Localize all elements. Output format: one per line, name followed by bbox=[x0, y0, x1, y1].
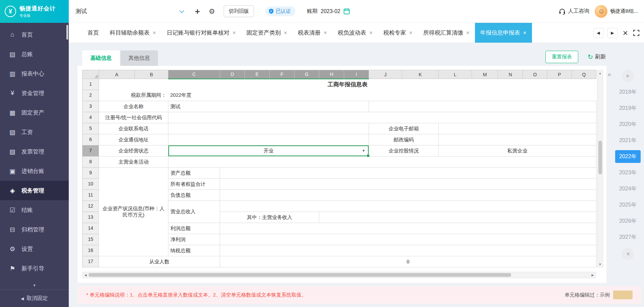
sidebar-item-payroll[interactable]: ▨工资 bbox=[0, 122, 69, 142]
years-scroll-down-button[interactable]: « bbox=[622, 248, 634, 260]
sidebar-item-purchase-sales-ledger[interactable]: ▣进销台账 bbox=[0, 161, 69, 181]
sheet-cell[interactable]: 注册号/统一社会信用代码 bbox=[99, 112, 168, 123]
row-header-1[interactable]: 1 bbox=[83, 79, 99, 90]
sidebar-item-fixed-assets[interactable]: ▦固定资产 bbox=[0, 103, 69, 122]
sheet-cell[interactable] bbox=[168, 134, 369, 145]
sheet-cell[interactable]: 主营业务活动 bbox=[99, 157, 168, 168]
scroll-left-icon[interactable]: ◀ bbox=[83, 273, 89, 277]
select-all-corner[interactable] bbox=[83, 70, 99, 79]
scroll-tabs-left-icon[interactable]: ◀ bbox=[593, 28, 603, 38]
year-item-2021[interactable]: 2021年 bbox=[615, 134, 641, 147]
year-item-2023[interactable]: 2023年 bbox=[615, 166, 641, 179]
column-header-G[interactable]: G bbox=[294, 70, 319, 79]
switch-old-version-button[interactable]: 切到旧版 bbox=[224, 5, 254, 17]
column-header-O[interactable]: O bbox=[523, 70, 547, 79]
row-header-12[interactable]: 12 bbox=[83, 201, 99, 212]
row-header-10[interactable]: 10 bbox=[83, 179, 99, 190]
row-header-13[interactable]: 13 bbox=[83, 212, 99, 223]
column-header-Q[interactable]: Q bbox=[572, 70, 596, 79]
sheet-cell[interactable]: 企业联系电话 bbox=[99, 123, 168, 134]
horizontal-scroll-thumb[interactable] bbox=[89, 273, 511, 277]
sidebar-item-invoice-management[interactable]: ▧发票管理 bbox=[0, 142, 69, 161]
cell-dropdown-icon[interactable]: ▼ bbox=[362, 149, 365, 153]
sheet-cell[interactable] bbox=[439, 134, 596, 145]
sheet-cell[interactable]: 2022年度 bbox=[168, 90, 596, 101]
sheet-cell[interactable] bbox=[168, 112, 596, 123]
collapse-year-panel-icon[interactable]: « bbox=[608, 71, 611, 283]
sheet-cell[interactable]: 净利润 bbox=[168, 234, 220, 245]
workspace-tab-7[interactable]: 所得税汇算清缴× bbox=[418, 23, 475, 43]
workspace-tab-2[interactable]: 日记账与银行对账单核对× bbox=[161, 23, 241, 43]
sheet-cell[interactable] bbox=[439, 123, 596, 134]
sidebar-item-tax-management[interactable]: ◈税务管理 bbox=[0, 181, 69, 200]
sidebar-more-chevron-icon[interactable]: ▾ bbox=[0, 282, 69, 290]
row-header-8[interactable]: 8 bbox=[83, 157, 99, 168]
tab-close-icon[interactable]: × bbox=[324, 30, 327, 36]
row-header-5[interactable]: 5 bbox=[83, 123, 99, 134]
add-account-set-button[interactable]: + bbox=[195, 8, 200, 15]
sheet-cell[interactable]: 企业通信地址 bbox=[99, 134, 168, 145]
tab-close-icon[interactable]: × bbox=[284, 30, 287, 36]
workspace-tab-6[interactable]: 税检专家× bbox=[378, 23, 418, 43]
refresh-button[interactable]: ↻ 刷新 bbox=[588, 53, 606, 61]
column-header-J[interactable]: J bbox=[369, 70, 402, 79]
column-header-N[interactable]: N bbox=[498, 70, 523, 79]
sheet-cell[interactable]: 开业▼ bbox=[168, 145, 369, 157]
sheet-cell[interactable] bbox=[220, 168, 596, 179]
sheet-cell[interactable]: 税款所属期间： bbox=[99, 90, 168, 101]
sidebar-item-report-center[interactable]: ▥报表中心 bbox=[0, 64, 69, 83]
sidebar-scrollbar-thumb[interactable] bbox=[66, 25, 68, 40]
year-item-2020[interactable]: 2020年 bbox=[615, 118, 641, 131]
years-scroll-up-button[interactable]: « bbox=[622, 70, 634, 82]
sheet-cell[interactable]: 营业总收入 bbox=[168, 201, 220, 223]
year-item-2027[interactable]: 2027年 bbox=[615, 231, 641, 244]
unpin-sidebar-button[interactable]: ◀ 取消固定 bbox=[0, 290, 69, 307]
column-header-A[interactable]: A bbox=[99, 70, 135, 79]
sidebar-item-beginner-guide[interactable]: ⚑新手引导 bbox=[0, 259, 69, 278]
workspace-tab-1[interactable]: 科目辅助余额表× bbox=[104, 23, 161, 43]
fullscreen-icon[interactable] bbox=[633, 30, 639, 36]
row-header-14[interactable]: 14 bbox=[83, 223, 99, 234]
sheet-cell[interactable] bbox=[220, 245, 596, 256]
sheet-cell[interactable] bbox=[369, 101, 596, 112]
sheet-cell[interactable]: 私营企业 bbox=[439, 145, 596, 157]
row-header-3[interactable]: 3 bbox=[83, 101, 99, 112]
row-header-2[interactable]: 2 bbox=[83, 90, 99, 101]
vertical-scroll-thumb[interactable] bbox=[598, 141, 602, 174]
sheet-cell[interactable]: 从业人数 bbox=[99, 256, 220, 267]
column-header-M[interactable]: M bbox=[472, 70, 498, 79]
row-header-6[interactable]: 6 bbox=[83, 134, 99, 145]
year-item-2026[interactable]: 2026年 bbox=[615, 215, 641, 227]
column-header-P[interactable]: P bbox=[547, 70, 572, 79]
sidebar-item-settings[interactable]: ⚙设置 bbox=[0, 239, 69, 259]
scroll-right-icon[interactable]: ▶ bbox=[590, 273, 596, 277]
row-header-11[interactable]: 11 bbox=[83, 190, 99, 201]
workspace-tab-0[interactable]: 首页 bbox=[82, 23, 104, 43]
column-header-L[interactable]: L bbox=[439, 70, 472, 79]
certified-badge[interactable]: 已认证 bbox=[265, 6, 296, 16]
sheet-cell[interactable] bbox=[220, 201, 596, 212]
user-avatar[interactable]: ☺ bbox=[595, 5, 607, 18]
reset-report-button[interactable]: 重置报表 bbox=[545, 51, 578, 63]
account-set-selector[interactable]: 测试 bbox=[75, 7, 186, 15]
subtab-0[interactable]: 基础信息 bbox=[82, 50, 120, 66]
column-header-I[interactable]: I bbox=[344, 70, 369, 79]
sheet-cell[interactable] bbox=[220, 179, 596, 190]
year-item-2022[interactable]: 2022年 bbox=[615, 150, 641, 163]
subtab-1[interactable]: 其他信息 bbox=[120, 50, 158, 66]
close-tabs-icon[interactable]: × bbox=[623, 29, 628, 37]
sheet-cell[interactable]: 资产总额 bbox=[168, 168, 220, 179]
sheet-cell[interactable]: 其中：主营业务收入 bbox=[220, 212, 319, 223]
sheet-cell[interactable]: 企业经营状态 bbox=[99, 145, 168, 157]
tab-close-icon[interactable]: × bbox=[523, 30, 527, 36]
column-header-D[interactable]: D bbox=[220, 70, 245, 79]
accounting-period[interactable]: 账期 2023-02 bbox=[307, 8, 350, 15]
column-header-F[interactable]: F bbox=[270, 70, 294, 79]
row-header-9[interactable]: 9 bbox=[83, 168, 99, 179]
workspace-tab-3[interactable]: 固定资产类别× bbox=[241, 23, 292, 43]
tab-close-icon[interactable]: × bbox=[232, 30, 236, 36]
sheet-cell[interactable]: 企业资产状况信息(币种：人民币万元) bbox=[99, 168, 168, 256]
calendar-icon[interactable] bbox=[343, 8, 350, 14]
sidebar-item-archive-management[interactable]: ⊟归档管理 bbox=[0, 220, 69, 239]
manual-consult-button[interactable]: 人工咨询 bbox=[559, 8, 589, 15]
